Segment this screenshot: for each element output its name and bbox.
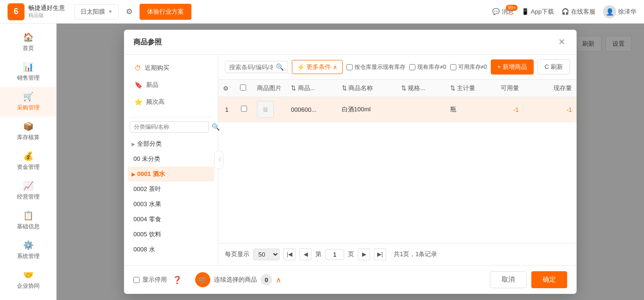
service-item[interactable]: 🎧 在线客服 (561, 8, 595, 16)
cat-item-all[interactable]: ▶ 全部分类 (128, 136, 214, 151)
prev-page-button[interactable]: ◀ (299, 248, 312, 260)
checkbox-warehouse[interactable]: 按仓库显示现有库存 (347, 63, 405, 71)
company-selector[interactable]: 日太阳膜 ▼ (74, 4, 119, 19)
cat-item-appliance[interactable]: 0010 家电 (128, 257, 214, 259)
col-name: ⇅ 商品名称 (337, 80, 396, 97)
new-icon: 🔖 (134, 81, 142, 89)
cart-icon[interactable]: 🛒 (195, 272, 210, 287)
table-row[interactable]: 1 🖼 (218, 97, 577, 122)
page-number-input[interactable] (325, 249, 344, 260)
category-search-input[interactable] (130, 121, 209, 133)
product-search-icon[interactable]: 🔍 (276, 63, 284, 71)
filter-button[interactable]: ⚡ 更多条件 ∧ (292, 60, 343, 74)
modal-footer: 显示停用 ❓ 🛒 连续选择的商品 0 ∧ 取消 确定 (124, 265, 577, 294)
sort-icon-4: ⇅ (450, 84, 455, 92)
main-layout: 🏠 首页 📊 销售管理 🛒 采购管理 📦 库存核算 💰 资金管理 📈 经营管理 … (0, 24, 644, 300)
col-code: ⇅ 商品... (286, 80, 337, 97)
sidebar-item-corp[interactable]: 🤝 企业协同 (0, 265, 56, 295)
row-name: 白酒100ml (337, 97, 396, 122)
home-icon: 🏠 (23, 32, 33, 42)
cat-item-liquor[interactable]: ▶ 0001 酒水 (128, 167, 214, 182)
left-tab-new[interactable]: 🔖 新品 (130, 77, 212, 92)
sidebar-item-basic[interactable]: 📋 基础信息 (0, 206, 56, 235)
col-spec: ⇅ 规格... (396, 80, 446, 97)
sidebar-label-basic: 基础信息 (17, 223, 40, 231)
row-unit: 瓶 (446, 97, 496, 122)
cat-item-snack[interactable]: 0004 零食 (128, 212, 214, 227)
last-page-button[interactable]: ▶| (374, 248, 386, 260)
row-code: 000600... (286, 97, 337, 122)
inventory-icon: 📦 (23, 121, 33, 132)
modal-header: 商品参照 ✕ (124, 30, 577, 55)
row-checkbox[interactable] (235, 97, 252, 122)
cat-item-fruit[interactable]: 0003 水果 (128, 197, 214, 212)
selector-arrow-icon: ▼ (108, 9, 113, 14)
cancel-button[interactable]: 取消 (490, 271, 527, 288)
sidebar-item-sales[interactable]: 📊 销售管理 (0, 57, 56, 87)
collapse-button[interactable]: 《 (214, 150, 223, 169)
footer-right: 取消 确定 (490, 271, 567, 288)
checkbox-stock-nonzero[interactable]: 现有库存≠0 (409, 63, 446, 71)
first-page-button[interactable]: |◀ (283, 248, 296, 260)
product-table: ⚙ 商品图片 (218, 80, 577, 122)
logo-brand: 畅捷通好生意 (28, 4, 65, 12)
message-icon: 💬 (492, 8, 500, 15)
cat-item-uncategorized[interactable]: 00 未分类 (128, 151, 214, 167)
sort-icon: ⇅ (291, 84, 296, 92)
col-unit: ⇅ 主计量 (446, 80, 496, 97)
sidebar-item-inventory[interactable]: 📦 库存核算 (0, 117, 56, 146)
checkbox-available-nonzero[interactable]: 可用库存≠0 (450, 63, 487, 71)
close-icon[interactable]: ✕ (556, 36, 567, 48)
page-size-label: 每页显示 (225, 250, 249, 258)
avatar: 👤 (603, 5, 616, 18)
left-tab-frequent[interactable]: ⭐ 频次高 (130, 94, 212, 109)
filter-arrow-icon: ∧ (333, 64, 338, 71)
add-product-button[interactable]: + 新增商品 (491, 59, 534, 75)
show-disabled-checkbox[interactable] (133, 277, 140, 283)
left-tab-recent[interactable]: ⏱ 近期购买 (130, 60, 212, 75)
row-select-checkbox[interactable] (241, 106, 247, 112)
settings-icon[interactable]: ⚙ (122, 4, 137, 19)
cat-active-arrow-icon: ▶ (132, 172, 135, 177)
select-all-checkbox[interactable] (240, 84, 246, 91)
content-area: 查询 刷新 设置 商品参照 ✕ (57, 24, 644, 300)
warehouse-checkbox[interactable] (347, 64, 353, 70)
sidebar: 🏠 首页 📊 销售管理 🛒 采购管理 📦 库存核算 💰 资金管理 📈 经营管理 … (0, 24, 57, 300)
app-download-item[interactable]: 📱 App下载 (521, 8, 554, 16)
sidebar-item-purchase[interactable]: 🛒 采购管理 (0, 87, 56, 117)
page-size-select[interactable]: 20 50 100 (253, 249, 280, 260)
logo-area: 6 畅捷通好生意 精品版 (8, 3, 65, 20)
message-icon-item[interactable]: 💬 消息 99+ (492, 8, 514, 16)
next-page-button[interactable]: ▶ (358, 248, 370, 260)
sidebar-item-operation[interactable]: 📈 经营管理 (0, 176, 56, 206)
cart-collapse-icon[interactable]: ∧ (276, 275, 281, 284)
col-check (235, 80, 252, 97)
gear-icon[interactable]: ⚙ (223, 85, 229, 92)
sidebar-item-home[interactable]: 🏠 首页 (0, 27, 56, 57)
cat-item-beverage[interactable]: 0005 饮料 (128, 227, 214, 242)
sidebar-item-guide[interactable]: 🎯 新手引导 (0, 295, 56, 300)
sidebar-item-system[interactable]: ⚙️ 系统管理 (0, 235, 56, 265)
confirm-button[interactable]: 确定 (531, 271, 567, 288)
operation-icon: 📈 (23, 181, 33, 191)
user-item[interactable]: 👤 徐泽华 (603, 5, 636, 18)
help-icon[interactable]: ❓ (173, 275, 182, 284)
refresh-button[interactable]: C 刷新 (537, 59, 570, 75)
product-search-input[interactable] (229, 64, 273, 71)
left-divider (130, 117, 212, 117)
sidebar-label-operation: 经营管理 (17, 193, 40, 201)
logo-sub: 精品版 (28, 12, 65, 19)
show-disabled-label[interactable]: 显示停用 (133, 275, 167, 284)
stock-nonzero-checkbox[interactable] (409, 64, 415, 70)
purchase-icon: 🛒 (23, 92, 33, 102)
cat-item-tea[interactable]: 0002 茶叶 (128, 182, 214, 197)
sidebar-item-finance[interactable]: 💰 资金管理 (0, 146, 56, 176)
cat-item-water[interactable]: 0008 水 (128, 242, 214, 257)
modal-toolbar: 🔍 ⚡ 更多条件 ∧ 按仓库显示现有库存 (218, 55, 577, 80)
trial-button[interactable]: 体验行业方案 (140, 4, 191, 20)
basic-icon: 📋 (23, 210, 33, 221)
category-search-icon[interactable]: 🔍 (212, 123, 220, 131)
available-nonzero-checkbox[interactable] (450, 64, 456, 70)
row-no: 1 (218, 97, 235, 122)
col-available: 可用量 (496, 80, 537, 97)
